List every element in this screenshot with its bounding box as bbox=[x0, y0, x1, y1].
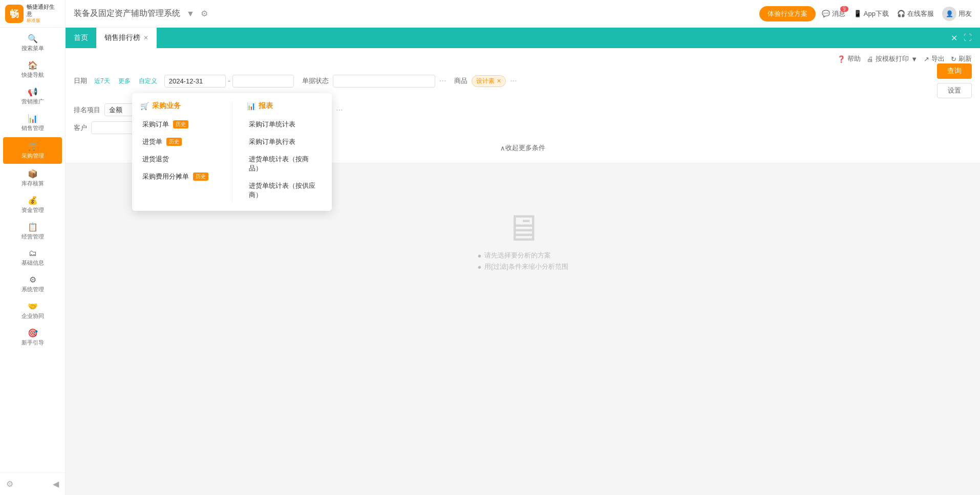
goods-filter-group: 商品 设计素 ✕ ··· bbox=[454, 75, 517, 87]
sidebar-item-sales[interactable]: 📊 销售管理 bbox=[0, 110, 65, 136]
topbar: 装备及固定资产辅助管理系统 ▼ ⚙ 体验行业方案 💬 消息 9 📱 App下载 … bbox=[66, 0, 980, 28]
rank-label: 排名项目 bbox=[74, 105, 100, 115]
sidebar-item-operations[interactable]: 📋 经营管理 bbox=[0, 218, 65, 245]
message-action[interactable]: 💬 消息 9 bbox=[822, 9, 845, 18]
status-filter-group: 单据状态 ··· bbox=[302, 75, 446, 88]
tab-sales-rank[interactable]: 销售排行榜 ✕ bbox=[96, 28, 157, 48]
sidebar-item-marketing[interactable]: 📢 营销推广 bbox=[0, 83, 65, 110]
sidebar-item-basics[interactable]: 🗂 基础信息 bbox=[0, 245, 65, 271]
settings-footer-icon[interactable]: ⚙ bbox=[6, 479, 13, 489]
system-nav-label: 系统管理 bbox=[22, 286, 44, 293]
system-dropdown-icon[interactable]: ▼ bbox=[186, 9, 195, 18]
salesman-dots[interactable]: ··· bbox=[336, 105, 343, 115]
date-from-input[interactable] bbox=[164, 75, 226, 88]
purchase-expense-label: 采购费用分摊单 bbox=[142, 172, 189, 181]
print-label: 按模板打印 bbox=[876, 54, 909, 63]
tab-home[interactable]: 首页 bbox=[66, 28, 96, 48]
inventory-nav-icon: 📦 bbox=[28, 169, 38, 179]
customer-label: 客户 bbox=[74, 123, 87, 133]
tab-home-label: 首页 bbox=[74, 33, 88, 42]
date-separator: - bbox=[228, 76, 230, 85]
help-label: 帮助 bbox=[847, 54, 861, 63]
content-area: ❓ 帮助 🖨 按模板打印 ▼ ↗ 导出 ↻ 刷新 bbox=[66, 48, 980, 495]
goods-tag-remove[interactable]: ✕ bbox=[497, 78, 501, 84]
settings-icon[interactable]: ⚙ bbox=[201, 9, 208, 18]
finance-nav-icon: 💰 bbox=[28, 196, 38, 205]
dropdown-item-goods-return[interactable]: 进货退货 bbox=[140, 152, 218, 167]
sidebar-item-search[interactable]: 🔍 搜索菜单 bbox=[0, 30, 65, 56]
tab-close-icon[interactable]: ✕ bbox=[143, 34, 148, 41]
print-btn[interactable]: 🖨 按模板打印 ▼ bbox=[867, 54, 918, 63]
sidebar-item-enterprise[interactable]: 🤝 企业协同 bbox=[0, 297, 65, 324]
goods-in-label: 进货单 bbox=[142, 137, 162, 146]
date-quick-more[interactable]: 更多 bbox=[115, 76, 134, 87]
app-download-label: App下载 bbox=[864, 9, 889, 18]
app-download-action[interactable]: 📱 App下载 bbox=[854, 9, 889, 18]
goods-stats-product-label: 进货单统计表（按商品） bbox=[249, 155, 322, 173]
query-button[interactable]: 查询 bbox=[937, 63, 972, 79]
headset-icon: 🎧 bbox=[897, 10, 905, 17]
goods-dots[interactable]: ··· bbox=[510, 76, 517, 85]
guide-nav-icon: 🎯 bbox=[28, 328, 38, 338]
goods-in-history[interactable]: 历史 bbox=[166, 138, 182, 146]
sidebar-item-finance[interactable]: 💰 资金管理 bbox=[0, 191, 65, 218]
collapse-sidebar-icon[interactable]: ◀ bbox=[53, 479, 59, 489]
sidebar-item-quick[interactable]: 🏠 快捷导航 bbox=[0, 56, 65, 83]
empty-tip-2: 用[过滤]条件来缩小分析范围 bbox=[484, 262, 568, 271]
setting-button[interactable]: 设置 bbox=[937, 83, 972, 98]
date-quick-custom[interactable]: 自定义 bbox=[136, 76, 160, 87]
export-btn[interactable]: ↗ 导出 bbox=[924, 54, 945, 63]
report-menu-icon: 📊 bbox=[247, 102, 255, 110]
sidebar-item-purchase[interactable]: 🛒 采购管理 bbox=[3, 137, 62, 164]
expand-btn[interactable]: ⛶ bbox=[962, 31, 974, 45]
report-title-text: 报表 bbox=[259, 101, 273, 111]
purchase-nav-icon: 🛒 bbox=[28, 141, 38, 151]
dropdown-item-purchase-expense[interactable]: 采购费用分摊单 历史 bbox=[140, 169, 218, 184]
dropdown-item-goods-stats-supplier[interactable]: 进货单统计表（按供应商） bbox=[247, 178, 324, 203]
dropdown-item-goods-in[interactable]: 进货单 历史 bbox=[140, 134, 218, 149]
tabbar: 首页 销售排行榜 ✕ ✕ ⛶ bbox=[66, 28, 980, 48]
enterprise-nav-label: 企业协同 bbox=[22, 312, 44, 320]
status-select[interactable] bbox=[333, 75, 435, 88]
online-service-action[interactable]: 🎧 在线客服 bbox=[897, 9, 934, 18]
dropdown-item-order-stats[interactable]: 采购订单统计表 bbox=[247, 117, 324, 132]
solution-button[interactable]: 体验行业方案 bbox=[759, 6, 816, 21]
message-icon: 💬 bbox=[822, 10, 830, 17]
marketing-nav-label: 营销推广 bbox=[22, 98, 44, 105]
goods-tag-value: 设计素 bbox=[476, 77, 495, 85]
sidebar-item-system[interactable]: ⚙ 系统管理 bbox=[0, 271, 65, 297]
goods-return-label: 进货退货 bbox=[142, 155, 169, 164]
purchase-expense-history[interactable]: 历史 bbox=[193, 173, 208, 181]
system-name: 装备及固定资产辅助管理系统 bbox=[74, 8, 180, 19]
date-to-input[interactable] bbox=[232, 75, 294, 88]
refresh-btn[interactable]: ↻ 刷新 bbox=[951, 54, 972, 63]
status-dots[interactable]: ··· bbox=[439, 76, 446, 85]
enterprise-nav-icon: 🤝 bbox=[28, 302, 38, 311]
goods-stats-supplier-label: 进货单统计表（按供应商） bbox=[249, 181, 322, 200]
goods-tag: 设计素 ✕ bbox=[472, 75, 506, 87]
basics-nav-icon: 🗂 bbox=[29, 249, 37, 258]
quick-nav-icon: 🏠 bbox=[28, 60, 38, 70]
logo-text: 畅捷通好生意 bbox=[27, 3, 60, 18]
sidebar-item-inventory[interactable]: 📦 库存核算 bbox=[0, 165, 65, 191]
print-dropdown-icon[interactable]: ▼ bbox=[911, 55, 918, 63]
dropdown-item-order-exec[interactable]: 采购订单执行表 bbox=[247, 134, 324, 149]
purchase-order-history[interactable]: 历史 bbox=[173, 120, 188, 128]
user-label: 用友 bbox=[958, 9, 972, 18]
search-nav-label: 搜索菜单 bbox=[22, 45, 44, 52]
purchase-title-text: 采购业务 bbox=[152, 101, 181, 111]
dropdown-purchase-col: 🛒 采购业务 采购订单 历史 进货单 历史 进货退货 采购费用分摊单 历史 bbox=[140, 101, 218, 203]
empty-tip-1: 请先选择要分析的方案 bbox=[484, 251, 551, 260]
marketing-nav-icon: 📢 bbox=[28, 87, 38, 97]
search-nav-icon: 🔍 bbox=[28, 34, 38, 44]
sidebar-item-guide[interactable]: 🎯 新手引导 bbox=[0, 324, 65, 351]
close-tab-btn[interactable]: ✕ bbox=[949, 31, 960, 45]
date-quick-7days[interactable]: 近7天 bbox=[91, 76, 113, 87]
user-action[interactable]: 👤 用友 bbox=[942, 7, 972, 21]
dropdown-item-goods-stats-product[interactable]: 进货单统计表（按商品） bbox=[247, 152, 324, 176]
dropdown-item-purchase-order[interactable]: 采购订单 历史 bbox=[140, 117, 218, 132]
status-label: 单据状态 bbox=[302, 76, 329, 85]
goods-label: 商品 bbox=[454, 76, 467, 85]
tabbar-right: ✕ ⛶ bbox=[949, 31, 980, 45]
help-btn[interactable]: ❓ 帮助 bbox=[837, 54, 861, 63]
